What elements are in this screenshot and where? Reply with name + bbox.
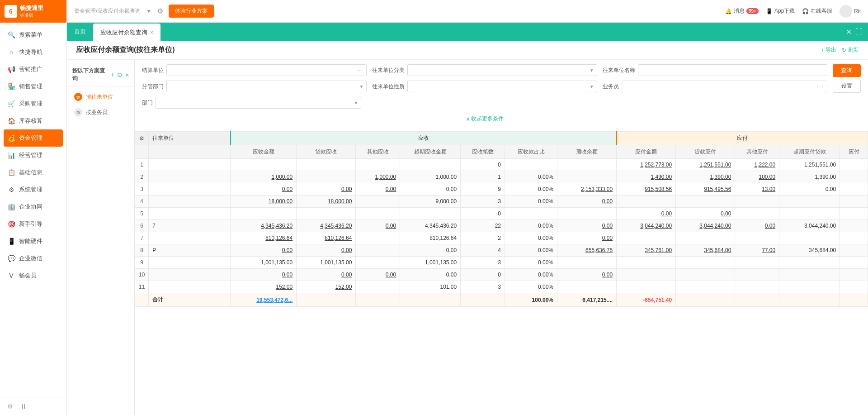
other-ar-header: 其他应收: [356, 145, 400, 159]
sidebar-item-basic[interactable]: 📋 基础信息: [0, 164, 66, 181]
filter-dept: 部门 ▼: [142, 97, 361, 109]
table-row: 418,000.0018,000.009,000.0030.00%0.00: [135, 196, 868, 208]
ar-count-header: 应收笔数: [461, 145, 505, 159]
sidebar-item-smart[interactable]: 📱 智能硬件: [0, 233, 66, 250]
sidebar-item-operations[interactable]: 📊 经营管理: [0, 147, 66, 164]
customer-service-item[interactable]: 🎧 在线客服: [802, 7, 832, 15]
sidebar-nav: 🔍 搜索菜单 ⌂ 快捷导航 📢 营销推广 🏪 销售管理 🛒 采购管理 🏠 库存核…: [0, 23, 66, 397]
user-info[interactable]: Rit: [840, 5, 861, 18]
add-scheme-icon[interactable]: +: [111, 71, 114, 78]
content-area: 按以下方案查询 + ⊙ « ₩ 按往来单位 ⊙ 按业务员: [67, 60, 868, 415]
sidebar-logo: 6 畅捷通里 标准版: [0, 0, 66, 23]
sidebar-bottom: ⚙ ⏸: [0, 397, 66, 415]
sidebar-item-wechat[interactable]: 💬 企业微信: [0, 250, 66, 267]
smart-icon: 📱: [7, 237, 15, 245]
by-salesman-icon: ⊙: [74, 108, 82, 116]
app-download-item[interactable]: 📱 App下载: [766, 7, 795, 15]
export-btn[interactable]: ↑ 导出: [821, 46, 836, 54]
filter-settlement-unit: 结算单位 ···: [142, 64, 367, 76]
sidebar-item-inventory[interactable]: 🏠 库存核算: [0, 112, 66, 129]
collapse-btn[interactable]: ∧ 收起更多条件: [466, 113, 504, 124]
ap-suffix-header: 应付: [840, 145, 868, 159]
ar-ratio-header: 应收款占比: [505, 145, 557, 159]
tab-home[interactable]: 首页: [67, 23, 93, 41]
quick-nav-icon: ⌂: [7, 48, 15, 56]
dept-input[interactable]: ▼: [156, 97, 361, 109]
app-download-icon: 📱: [766, 8, 773, 14]
salesman-label: 业务员: [603, 83, 619, 91]
dept-arrow: ▼: [354, 100, 358, 105]
sidebar-item-search-menu[interactable]: 🔍 搜索菜单: [0, 26, 66, 43]
collapse-scheme-icon[interactable]: «: [125, 71, 129, 78]
query-option-by-unit[interactable]: ₩ 按往来单位: [67, 89, 134, 105]
refresh-btn[interactable]: ↻ 刷新: [842, 46, 859, 54]
ar-amount-header: 应收金额: [231, 145, 297, 159]
table-row: 7810,126.64810,126.64810,126.6420.00%0.0…: [135, 232, 868, 244]
salesman-input[interactable]: ···: [622, 81, 827, 92]
sidebar-item-marketing[interactable]: 📢 营销推广: [0, 61, 66, 78]
no-col-header: [135, 145, 149, 159]
corp-icon: 🏢: [7, 203, 15, 211]
window-maximize-icon[interactable]: ⛶: [855, 28, 863, 36]
footer-advance: 6,417,215....: [557, 293, 616, 307]
edit-scheme-icon[interactable]: ⊙: [117, 71, 123, 78]
unit-category-input[interactable]: ▼: [407, 64, 597, 76]
advance-header: 预收余额: [557, 145, 616, 159]
unit-name-label: 往来单位名称: [603, 67, 635, 74]
sidebar-item-corp[interactable]: 🏢 企业协同: [0, 198, 66, 215]
notification-item[interactable]: 🔔 消息 99+: [725, 7, 759, 15]
username: Rit: [854, 8, 861, 14]
unit-nature-label: 往来单位性质: [372, 83, 405, 91]
sidebar-item-quick-nav[interactable]: ⌂ 快捷导航: [0, 43, 66, 61]
inventory-icon: 🏠: [7, 117, 15, 125]
purchase-icon: 🛒: [7, 100, 15, 108]
collapse-row: ∧ 收起更多条件: [142, 111, 827, 126]
unit-nature-input[interactable]: ▼: [407, 81, 597, 92]
dept-manage-arrow: ▼: [359, 84, 363, 89]
breadcrumb-arrow[interactable]: ▼: [146, 8, 151, 14]
sidebar-item-system[interactable]: ⚙ 系统管理: [0, 181, 66, 198]
sidebar-item-guide[interactable]: 🎯 新手引导: [0, 215, 66, 233]
filter-fields: 结算单位 ··· 往来单位分类 ▼: [142, 64, 827, 126]
dept-manage-input[interactable]: ▼: [166, 81, 367, 92]
marketing-icon: 📢: [7, 65, 15, 73]
sidebar-settings-icon[interactable]: ⚙: [7, 403, 13, 410]
table-settings-icon[interactable]: ⚙: [139, 135, 144, 142]
sidebar-item-purchase[interactable]: 🛒 采购管理: [0, 95, 66, 112]
table-section: ⚙ 往来单位 应收 应付: [135, 131, 868, 415]
table-footer-row: 合计 19,553,472,6... 100.00% 6,417,215....…: [135, 293, 868, 307]
table-row: 30.000.000.000.0090.00%2,153,333.00915,5…: [135, 183, 868, 196]
salesman-dots: ···: [817, 83, 824, 90]
settings-icon[interactable]: ⚙: [157, 7, 163, 15]
overdue-ap-header: 超期应付贷款: [779, 145, 840, 159]
tab-close-icon[interactable]: ×: [150, 29, 153, 36]
footer-ar-total[interactable]: 19,553,472,6...: [231, 293, 297, 307]
export-icon: ↑: [821, 47, 824, 53]
scheme-label: 按以下方案查询: [72, 67, 108, 82]
table-group-header-row: ⚙ 往来单位 应收 应付: [135, 132, 868, 145]
sidebar-item-finance[interactable]: 💰 资金管理: [4, 129, 63, 147]
query-btn[interactable]: 查询: [833, 64, 861, 77]
sidebar-item-member[interactable]: V 畅会员: [0, 267, 66, 284]
window-close-icon[interactable]: ✕: [846, 28, 852, 36]
table-row: 100.000.000.000.0000.00%0.00: [135, 269, 868, 281]
query-option-by-salesman[interactable]: ⊙ 按业务员: [67, 105, 134, 120]
page-header: 应收应付余额查询(按往来单位) ↑ 导出 ↻ 刷新: [67, 41, 868, 60]
collapse-up-icon: ∧: [466, 116, 470, 122]
filter-row-1: 结算单位 ··· 往来单位分类 ▼: [142, 64, 827, 76]
unit-name-input[interactable]: [638, 64, 827, 76]
header-actions: 🔔 消息 99+ 📱 App下载 🎧 在线客服 Rit: [725, 5, 861, 18]
tab-ar-ap-query[interactable]: 应收应付余额查询 ×: [93, 24, 160, 42]
refresh-icon: ↻: [842, 47, 846, 53]
sidebar-item-sales[interactable]: 🏪 销售管理: [0, 78, 66, 95]
settlement-unit-input[interactable]: ···: [166, 64, 367, 76]
sidebar-collapse-icon[interactable]: ⏸: [20, 403, 27, 410]
settings-btn[interactable]: 设置: [833, 80, 861, 93]
finance-icon: 💰: [7, 134, 15, 142]
filter-salesman: 业务员 ···: [603, 81, 827, 92]
top-header: 资金管理/应收应付余额查询 ▼ ⚙ 体验行业方案 🔔 消息 99+ 📱 App下…: [67, 0, 868, 23]
search-menu-icon: 🔍: [7, 31, 15, 39]
table-row: 8P0.000.000.0040.00%655,636.75345,761.00…: [135, 244, 868, 257]
trial-btn[interactable]: 体验行业方案: [169, 5, 214, 18]
dept-label: 部门: [142, 99, 153, 107]
